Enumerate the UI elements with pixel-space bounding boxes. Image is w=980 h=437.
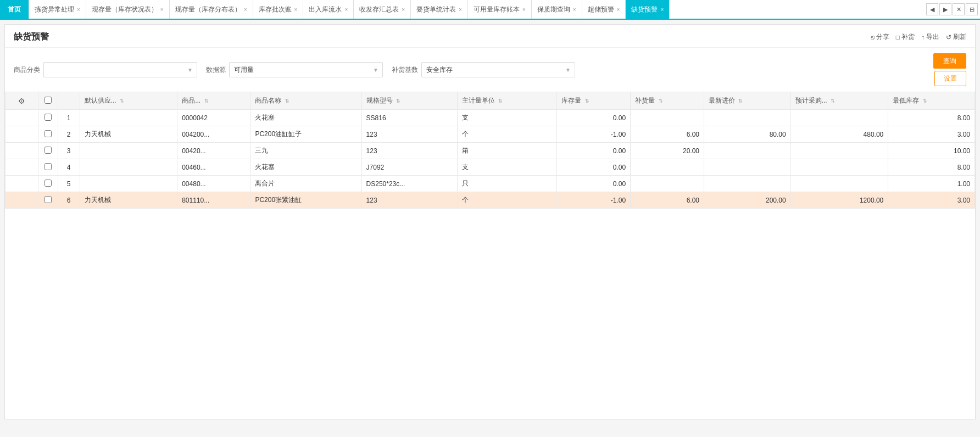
settings-gear-icon[interactable]: ⚙ [18,97,25,105]
table-row: 4 00460... 火花塞 J7092 支 0.00 8.00 [5,159,975,176]
row-checkbox[interactable] [44,180,52,187]
tab-inventory-status[interactable]: 现存量（库存状况表） × [86,0,170,19]
tab-abnormal-label: 拣货异常处理 [35,5,74,14]
share-button[interactable]: ⎋ 分享 [871,32,889,42]
row-unit-cell: 支 [457,159,557,176]
row-checkbox[interactable] [44,196,52,203]
row-code-cell: 00460... [177,159,250,176]
th-product-code[interactable]: 商品... ⇅ [177,92,250,110]
row-checkbox-cell[interactable] [38,159,58,176]
tab-shortage[interactable]: 缺货预警 × [626,0,670,19]
th-settings[interactable]: ⚙ [5,92,38,110]
th-product-name[interactable]: 商品名称 ⇅ [250,92,361,110]
tab-overstock[interactable]: 超储预警 × [582,0,626,19]
row-num-cell: 4 [58,159,80,176]
row-spec-cell: SS816 [361,110,457,126]
row-checkbox[interactable] [44,147,52,154]
th-min-stock-label: 最低库存 [893,97,919,104]
th-stock-sort-icon: ⇅ [585,98,589,104]
tab-collect-summary-label: 收发存汇总表 [359,5,399,14]
row-replenish-cell: 6.00 [631,192,704,209]
tab-close-all-button[interactable]: ⊟ [966,3,978,15]
select-all-checkbox[interactable] [44,97,52,104]
tab-inventory-dist-close[interactable]: × [244,7,247,13]
tab-collect-summary-close[interactable]: × [402,7,405,13]
replenish-button[interactable]: □ 补货 [896,32,915,42]
th-spec[interactable]: 规格型号 ⇅ [361,92,457,110]
tab-abnormal-close[interactable]: × [77,7,80,13]
data-table: ⚙ 默认供应... ⇅ 商品... ⇅ 商品名称 [5,92,975,209]
row-checkbox[interactable] [44,114,52,121]
th-stock[interactable]: 库存量 ⇅ [557,92,631,110]
tab-expiry-query[interactable]: 保质期查询 × [532,0,582,19]
row-spec-cell: 123 [361,192,457,209]
tab-collect-summary[interactable]: 收发存汇总表 × [354,0,411,19]
tab-abnormal[interactable]: 拣货异常处理 × [29,0,86,19]
row-min-stock-cell: 3.00 [888,192,975,209]
tab-home[interactable]: 首页 [0,0,29,19]
row-stock-cell: -1.00 [557,126,631,143]
tab-shortage-close[interactable]: × [660,7,664,13]
tab-inout-flow[interactable]: 出入库流水 × [303,0,354,19]
row-name-cell: 三九 [250,143,361,159]
row-checkbox-cell[interactable] [38,143,58,159]
row-min-stock-cell: 10.00 [888,143,975,159]
row-settings-cell [5,110,38,126]
tab-order-stats-close[interactable]: × [459,7,462,13]
tab-overstock-close[interactable]: × [617,7,620,13]
query-button[interactable]: 查询 [933,53,966,69]
tab-prev-button[interactable]: ◀ [926,3,938,15]
filter-buttons: 查询 设置 [933,53,966,86]
tab-shortage-label: 缺货预警 [631,5,658,14]
tab-inout-flow-label: 出入库流水 [309,5,342,14]
replenish-base-select[interactable]: 安全库存 [421,62,575,77]
th-est-purchase-sort-icon: ⇅ [831,98,835,104]
datasource-select[interactable]: 可用量 [229,62,383,77]
row-price-cell: 200.00 [704,192,791,209]
refresh-button[interactable]: ↺ 刷新 [946,32,966,42]
tab-inventory-status-close[interactable]: × [160,7,164,13]
th-est-purchase[interactable]: 预计采购... ⇅ [790,92,888,110]
export-button[interactable]: ↑ 导出 [921,32,939,42]
row-stock-cell: 0.00 [557,143,631,159]
th-latest-price[interactable]: 最新进价 ⇅ [704,92,791,110]
row-checkbox-cell[interactable] [38,176,58,192]
page-content: 缺货预警 ⎋ 分享 □ 补货 ↑ 导出 ↺ 刷新 商品分类 [4,24,976,419]
refresh-icon: ↺ [946,33,951,41]
tab-next-button[interactable]: ▶ [939,3,951,15]
datasource-filter-group: 数据源 可用量 ▼ [206,62,383,77]
tab-available-ledger[interactable]: 可用量库存账本 × [468,0,532,19]
replenish-base-label: 补货基数 [392,65,418,75]
th-unit-label: 主计量单位 [462,97,495,104]
th-replenish-qty[interactable]: 补货量 ⇅ [631,92,704,110]
tab-expiry-query-close[interactable]: × [573,7,576,13]
category-filter-group: 商品分类 ▼ [14,62,197,77]
tab-batch-account[interactable]: 库存批次账 × [253,0,304,19]
tab-batch-account-close[interactable]: × [294,7,298,13]
category-select[interactable] [43,62,197,77]
th-replenish-qty-sort-icon: ⇅ [659,98,663,104]
tab-inventory-dist[interactable]: 现存量（库存分布表） × [170,0,253,19]
row-checkbox[interactable] [44,163,52,170]
row-checkbox[interactable] [44,130,52,137]
row-checkbox-cell[interactable] [38,126,58,143]
row-price-cell [704,176,791,192]
th-checkbox[interactable] [38,92,58,110]
th-product-code-label: 商品... [182,97,201,104]
tab-order-stats[interactable]: 要货单统计表 × [411,0,468,19]
table-body: 1 0000042 火花塞 SS816 支 0.00 8.00 2 力天机械 0… [5,110,975,209]
row-min-stock-cell: 8.00 [888,110,975,126]
th-default-supplier[interactable]: 默认供应... ⇅ [80,92,177,110]
settings-button[interactable]: 设置 [934,71,966,86]
tab-available-ledger-close[interactable]: × [522,7,526,13]
th-unit[interactable]: 主计量单位 ⇅ [457,92,557,110]
row-checkbox-cell[interactable] [38,110,58,126]
row-supplier-cell [80,143,177,159]
th-min-stock[interactable]: 最低库存 ⇅ [888,92,975,110]
row-num-cell: 2 [58,126,80,143]
tab-inout-flow-close[interactable]: × [344,7,348,13]
row-checkbox-cell[interactable] [38,192,58,209]
category-select-wrapper: ▼ [43,62,197,77]
tab-close-other-button[interactable]: ✕ [953,3,965,15]
row-min-stock-cell: 3.00 [888,126,975,143]
